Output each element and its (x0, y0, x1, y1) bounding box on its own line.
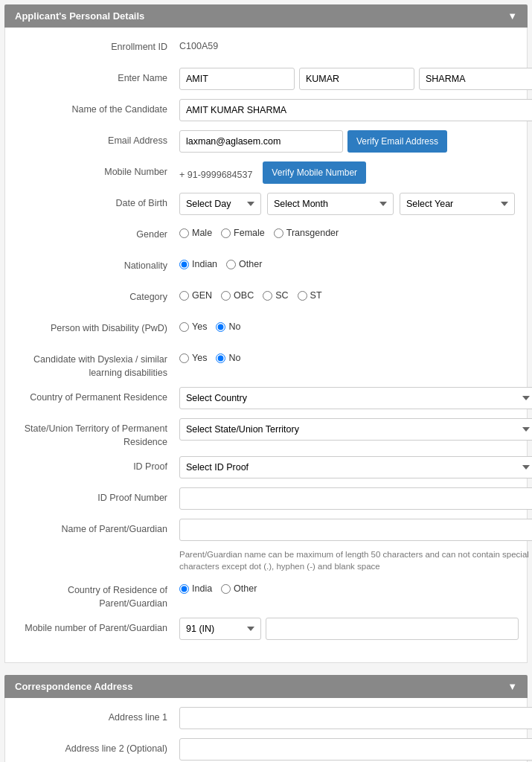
pwd-label: Person with Disability (PwD) (16, 318, 179, 336)
category-obc-label: OBC (234, 290, 254, 301)
mobile-parent-label: Mobile number of Parent/Guardian (16, 618, 179, 635)
country-perm-label: Country of Permanent Residence (16, 387, 179, 405)
nationality-other-option[interactable]: Other (226, 259, 262, 269)
gender-male-label: Male (192, 228, 212, 238)
email-input[interactable] (179, 130, 343, 153)
nationality-other-label: Other (239, 259, 262, 269)
nationality-other-radio[interactable] (226, 260, 236, 269)
correspondence-section-body: Address line 1 Address line 2 (Optional)… (4, 698, 528, 762)
country-perm-row: Country of Permanent Residence Select Co… (16, 387, 516, 411)
id-proof-row: ID Proof Select ID Proof (16, 456, 516, 480)
enrollment-id-value: C100A59 (179, 36, 218, 51)
dyslexia-yes-option[interactable]: Yes (179, 353, 207, 363)
mobile-row: Mobile Number + 91-9999684537 Verify Mob… (16, 161, 516, 185)
pwd-no-radio[interactable] (216, 322, 225, 332)
dob-day-select[interactable]: Select Day (179, 193, 261, 215)
pwd-yes-label: Yes (192, 321, 207, 332)
dyslexia-yes-radio[interactable] (179, 353, 189, 363)
gender-female-label: Female (234, 228, 265, 238)
mobile-label: Mobile Number (16, 161, 179, 179)
country-perm-select[interactable]: Select Country (179, 387, 532, 409)
dyslexia-no-radio[interactable] (216, 353, 225, 363)
mobile-parent-prefix-select[interactable]: 91 (IN) (179, 618, 261, 640)
gender-row: Gender Male Female Transgend (16, 224, 516, 248)
gender-transgender-label: Transgender (286, 228, 339, 238)
middle-name-input[interactable] (299, 68, 414, 90)
id-proof-number-input[interactable] (179, 487, 532, 510)
dob-label: Date of Birth (16, 193, 179, 211)
mobile-parent-input[interactable] (266, 618, 519, 640)
pwd-yes-radio[interactable] (179, 322, 189, 332)
dyslexia-no-label: No (228, 353, 240, 363)
enter-name-label: Enter Name (16, 68, 179, 86)
state-perm-row: State/Union Territory of Permanent Resid… (16, 418, 516, 449)
nationality-indian-option[interactable]: Indian (179, 259, 217, 269)
gender-transgender-option[interactable]: Transgender (274, 228, 339, 238)
gender-label: Gender (16, 224, 179, 242)
candidate-name-label: Name of the Candidate (16, 99, 179, 117)
address2-row: Address line 2 (Optional) (16, 738, 516, 762)
applicant-chevron[interactable]: ▼ (507, 10, 517, 22)
category-obc-radio[interactable] (221, 291, 231, 301)
state-perm-select[interactable]: Select State/Union Territory (179, 418, 532, 441)
enter-name-row: Enter Name (16, 68, 516, 92)
id-proof-select[interactable]: Select ID Proof (179, 456, 532, 478)
category-gen-radio[interactable] (179, 291, 189, 301)
address1-label: Address line 1 (16, 707, 179, 725)
category-sc-label: SC (275, 290, 288, 301)
email-row: Email Address Verify Email Address (16, 130, 516, 154)
country-parent-india-label: India (192, 583, 212, 594)
parent-name-label: Name of Parent/Guardian (16, 519, 179, 537)
verify-mobile-button[interactable]: Verify Mobile Number (263, 161, 366, 184)
pwd-no-option[interactable]: No (216, 321, 240, 332)
country-parent-india-option[interactable]: India (179, 583, 212, 594)
gender-male-option[interactable]: Male (179, 228, 212, 238)
category-row: Category GEN OBC SC (16, 286, 516, 310)
id-proof-number-row: ID Proof Number (16, 487, 516, 511)
nationality-label: Nationality (16, 255, 179, 273)
first-name-input[interactable] (179, 68, 295, 90)
dyslexia-no-option[interactable]: No (216, 353, 240, 363)
nationality-indian-radio[interactable] (179, 260, 189, 269)
address2-input[interactable] (179, 738, 532, 761)
dob-month-select[interactable]: Select Month (267, 193, 394, 215)
state-perm-label: State/Union Territory of Permanent Resid… (16, 418, 179, 449)
parent-name-input[interactable] (179, 519, 532, 541)
category-sc-option[interactable]: SC (263, 290, 288, 301)
gender-female-radio[interactable] (221, 228, 231, 238)
gender-female-option[interactable]: Female (221, 228, 265, 238)
category-st-option[interactable]: ST (298, 290, 322, 301)
country-parent-row: Country of Residence of Parent/Guardian … (16, 580, 516, 610)
enrollment-id-label: Enrollment ID (16, 36, 179, 54)
country-parent-india-radio[interactable] (179, 584, 189, 594)
mobile-value: + 91-9999684537 (179, 165, 252, 180)
address1-input[interactable] (179, 707, 532, 729)
dyslexia-row: Candidate with Dyslexia / similar learni… (16, 349, 516, 380)
dob-row: Date of Birth Select Day Select Month Se… (16, 193, 516, 217)
nationality-indian-label: Indian (192, 259, 217, 269)
dyslexia-yes-label: Yes (192, 353, 207, 363)
verify-email-button[interactable]: Verify Email Address (347, 130, 447, 153)
country-parent-other-radio[interactable] (221, 584, 231, 594)
category-st-label: ST (310, 290, 322, 301)
applicant-section-body: Enrollment ID C100A59 Enter Name (4, 28, 528, 663)
category-gen-option[interactable]: GEN (179, 290, 212, 301)
candidate-name-input[interactable] (179, 99, 532, 121)
dyslexia-label: Candidate with Dyslexia / similar learni… (16, 349, 179, 380)
category-sc-radio[interactable] (263, 291, 272, 301)
parent-name-row: Name of Parent/Guardian Parent/Guardian … (16, 519, 516, 572)
id-proof-label: ID Proof (16, 456, 179, 474)
category-st-radio[interactable] (298, 291, 307, 301)
email-label: Email Address (16, 130, 179, 148)
country-parent-other-option[interactable]: Other (221, 583, 257, 594)
enrollment-id-row: Enrollment ID C100A59 (16, 36, 516, 60)
pwd-yes-option[interactable]: Yes (179, 321, 207, 332)
gender-transgender-radio[interactable] (274, 228, 283, 238)
last-name-input[interactable] (419, 68, 532, 90)
correspondence-chevron[interactable]: ▼ (507, 681, 517, 692)
gender-male-radio[interactable] (179, 228, 189, 238)
category-obc-option[interactable]: OBC (221, 290, 254, 301)
dob-year-select[interactable]: Select Year (400, 193, 515, 215)
address2-label: Address line 2 (Optional) (16, 738, 179, 756)
applicant-section-header: Applicant's Personal Details ▼ (4, 4, 528, 28)
